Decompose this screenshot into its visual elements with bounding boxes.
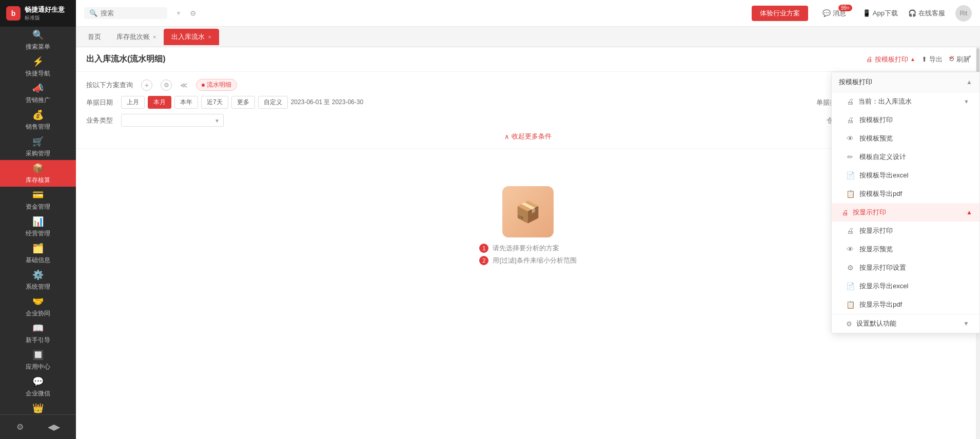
dp-current-item[interactable]: 🖨 当前：出入库流水 ▼ <box>832 92 979 111</box>
date-btn-this-month[interactable]: 本月 <box>148 96 171 109</box>
sidebar-item-quick-nav[interactable]: ⚡ 快捷导航 <box>0 53 76 80</box>
sidebar-item-member[interactable]: 👑 畅会员 <box>0 400 76 414</box>
biz-type-select[interactable] <box>121 114 224 127</box>
dp-display-export-excel-label: 按显示导出excel <box>859 282 908 291</box>
customer-service-label: 在线客服 <box>918 9 945 18</box>
finance-icon: 💳 <box>32 189 44 201</box>
dp-display-section-icon: 🖨 <box>842 209 849 216</box>
tab-flow-close[interactable]: × <box>208 34 211 40</box>
maximize-button[interactable]: ⤢ <box>962 50 976 65</box>
date-btn-more[interactable]: 更多 <box>231 96 255 109</box>
dp-template-custom-icon: ✏ <box>846 153 854 161</box>
dp-display-preview-label: 按显示预览 <box>859 245 893 254</box>
sidebar-item-finance[interactable]: 💳 资金管理 <box>0 187 76 213</box>
date-btn-this-year[interactable]: 本年 <box>174 96 198 109</box>
date-btn-custom[interactable]: 自定义 <box>258 96 288 109</box>
sidebar-item-marketing[interactable]: 📣 营销推广 <box>0 80 76 107</box>
dp-display-print[interactable]: 🖨 按显示打印 <box>832 222 979 240</box>
sidebar-item-base[interactable]: 🗂️ 基础信息 <box>0 240 76 267</box>
sidebar-nav: 🔍 搜索菜单 ⚡ 快捷导航 📣 营销推广 💰 销售管理 🛒 采购管理 📦 库存核… <box>0 27 76 414</box>
dp-display-print-label: 按显示打印 <box>859 226 893 235</box>
dp-template-preview[interactable]: 👁 按模板预览 <box>832 129 979 148</box>
filter-section-label: 按以下方案查询 <box>86 81 133 90</box>
dp-display-export-excel[interactable]: 📄 按显示导出excel <box>832 277 979 295</box>
sidebar-item-label: 搜索菜单 <box>26 43 50 51</box>
dp-collapse-arrow[interactable]: ▲ <box>966 78 972 86</box>
sidebar-item-system[interactable]: ⚙️ 系统管理 <box>0 267 76 293</box>
dp-template-preview-icon: 👁 <box>846 134 854 143</box>
tab-home[interactable]: 首页 <box>80 29 109 45</box>
sidebar-item-operation[interactable]: 📊 经营管理 <box>0 213 76 240</box>
sidebar-item-label: 销售管理 <box>26 123 50 131</box>
sidebar: b 畅捷通好生意 标准版 🔍 搜索菜单 ⚡ 快捷导航 📣 营销推广 💰 销售管理… <box>0 0 76 439</box>
export-btn[interactable]: ⬆ 导出 <box>922 55 943 64</box>
dp-display-preview[interactable]: 👁 按显示预览 <box>832 240 979 258</box>
search-input[interactable] <box>101 9 162 17</box>
dp-footer-label: 设置默认功能 <box>856 319 896 328</box>
dp-title: 按模板打印 <box>839 77 872 87</box>
sidebar-item-label: 库存核算 <box>26 176 50 185</box>
sidebar-item-label: 基础信息 <box>26 256 50 265</box>
sales-icon: 💰 <box>32 109 44 121</box>
sidebar-item-purchase[interactable]: 🛒 采购管理 <box>0 133 76 160</box>
inventory-icon: 📦 <box>32 163 44 174</box>
sidebar-item-guide[interactable]: 📖 新手引导 <box>0 320 76 347</box>
dp-template-export-excel[interactable]: 📄 按模板导出excel <box>832 166 979 185</box>
wechat-icon: 💬 <box>32 376 44 387</box>
add-filter-btn[interactable]: + <box>141 79 152 91</box>
dp-template-export-pdf[interactable]: 📋 按模板导出pdf <box>832 185 979 203</box>
filter-tag-detail[interactable]: 流水明细 <box>196 79 237 91</box>
dp-display-print-settings-icon: ⚙ <box>846 264 854 272</box>
sidebar-item-inventory[interactable]: 📦 库存核算 <box>0 160 76 187</box>
sidebar-item-search[interactable]: 🔍 搜索菜单 <box>0 27 76 53</box>
dp-template-custom-label: 模板自定义设计 <box>859 152 906 162</box>
settings-icon[interactable]: ⚙ <box>190 9 197 17</box>
collapse-more-btn[interactable]: ∧ 收起更多条件 <box>504 132 552 141</box>
biz-type-label: 业务类型 <box>86 116 113 125</box>
user-profile[interactable]: Rit <box>955 5 972 22</box>
print-template-btn[interactable]: 🖨 按模板打印 ▲ <box>866 55 915 64</box>
operation-icon: 📊 <box>32 216 44 227</box>
tab-bar: 首页 库存批次账 × 出入库流水 × <box>76 27 980 47</box>
main-area: 🔍 ▼ ⚙ 体验行业方案 💬 消息 99+ 📱 App下载 🎧 在线客服 R <box>76 0 980 439</box>
sidebar-item-wechat[interactable]: 💬 企业微信 <box>0 373 76 400</box>
dp-display-section[interactable]: 🖨 按显示打印 ▲ <box>832 203 979 222</box>
print-dropdown-panel: 按模板打印 ▲ 🖨 当前：出入库流水 ▼ 🖨 按模板打印 👁 按模板预览 <box>831 72 980 333</box>
industry-btn[interactable]: 体验行业方案 <box>752 6 808 21</box>
toggle-sidebar-icon[interactable]: ◀▶ <box>48 422 60 432</box>
dp-footer-icon: ⚙ <box>846 320 852 328</box>
sidebar-item-sales[interactable]: 💰 销售管理 <box>0 107 76 133</box>
step-num-1: 1 <box>479 244 488 253</box>
dp-header: 按模板打印 ▲ <box>832 72 979 92</box>
search-box[interactable]: 🔍 <box>84 7 167 19</box>
sidebar-item-label: 经营管理 <box>26 229 50 238</box>
search-icon: 🔍 <box>89 9 97 17</box>
tab-batch-close[interactable]: × <box>153 34 156 40</box>
date-btn-prev-month[interactable]: 上月 <box>121 96 145 109</box>
customer-service-item[interactable]: 🎧 在线客服 <box>908 9 945 18</box>
tab-batch[interactable]: 库存批次账 × <box>109 29 164 45</box>
close-button[interactable]: × <box>945 50 959 65</box>
sidebar-item-app-center[interactable]: 🔲 应用中心 <box>0 347 76 373</box>
dp-display-export-excel-icon: 📄 <box>846 282 854 290</box>
filter-settings-btn[interactable]: ⚙ <box>161 79 172 91</box>
collapse-filter-icon[interactable]: ≪ <box>180 81 188 89</box>
search-icon: 🔍 <box>32 29 44 41</box>
tab-flow[interactable]: 出入库流水 × <box>164 29 219 45</box>
dp-footer[interactable]: ⚙ 设置默认功能 ▼ <box>832 314 979 333</box>
dp-display-print-settings[interactable]: ⚙ 按显示打印设置 <box>832 258 979 277</box>
sidebar-item-enterprise[interactable]: 🤝 企业协同 <box>0 293 76 320</box>
sidebar-item-label: 企业微信 <box>26 389 50 398</box>
app-download-item[interactable]: 📱 App下载 <box>863 9 898 18</box>
dp-template-export-excel-label: 按模板导出excel <box>859 171 908 180</box>
notification-item[interactable]: 💬 消息 99+ <box>822 9 846 18</box>
settings-bottom-icon[interactable]: ⚙ <box>16 422 24 432</box>
dp-template-print[interactable]: 🖨 按模板打印 <box>832 111 979 129</box>
biz-type-select-wrap <box>121 114 224 127</box>
dp-template-custom[interactable]: ✏ 模板自定义设计 <box>832 148 979 166</box>
dropdown-arrow[interactable]: ▼ <box>175 10 182 17</box>
tag-dot <box>202 84 205 87</box>
date-btn-7days[interactable]: 近7天 <box>201 96 228 109</box>
dp-display-export-pdf[interactable]: 📋 按显示导出pdf <box>832 295 979 314</box>
notification-badge: 99+ <box>838 5 852 11</box>
